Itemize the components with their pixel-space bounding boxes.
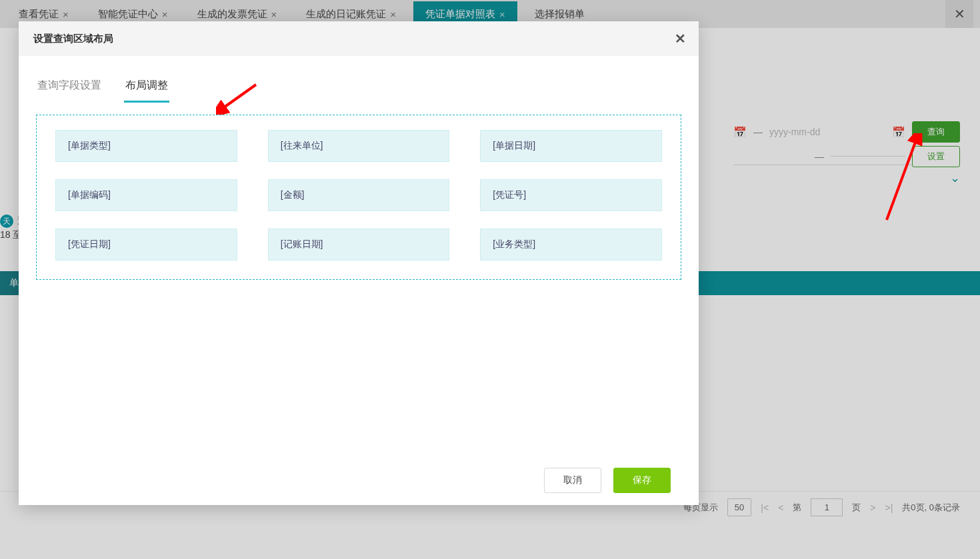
field-tile[interactable]: [单据日期] <box>480 130 662 162</box>
modal-tabs: 查询字段设置 布局调整 <box>36 63 681 103</box>
field-tile[interactable]: [凭证日期] <box>55 229 237 261</box>
field-tile[interactable]: [金额] <box>268 179 450 211</box>
close-icon[interactable]: ✕ <box>671 29 689 48</box>
field-tile[interactable]: [往来单位] <box>268 130 450 162</box>
modal-title: 设置查询区域布局 <box>33 33 113 45</box>
save-button[interactable]: 保存 <box>613 468 671 493</box>
layout-settings-modal: 设置查询区域布局 ✕ 查询字段设置 布局调整 [单据类型] [往来单位] [单据… <box>19 21 699 505</box>
field-tile[interactable]: [单据类型] <box>55 130 237 162</box>
modal-header: 设置查询区域布局 ✕ <box>19 21 699 56</box>
cancel-button[interactable]: 取消 <box>544 468 601 493</box>
modal-body: 查询字段设置 布局调整 [单据类型] [往来单位] [单据日期] [单据编码] … <box>19 56 699 456</box>
field-tile[interactable]: [单据编码] <box>55 179 237 211</box>
field-tile[interactable]: [记账日期] <box>268 229 450 261</box>
layout-grid: [单据类型] [往来单位] [单据日期] [单据编码] [金额] [凭证号] [… <box>36 115 681 280</box>
modal-footer: 取消 保存 <box>19 456 699 505</box>
field-tile[interactable]: [业务类型] <box>480 229 662 261</box>
tab-query-fields[interactable]: 查询字段设置 <box>36 72 103 103</box>
field-tile[interactable]: [凭证号] <box>480 179 662 211</box>
tab-layout-adjust[interactable]: 布局调整 <box>124 72 169 103</box>
